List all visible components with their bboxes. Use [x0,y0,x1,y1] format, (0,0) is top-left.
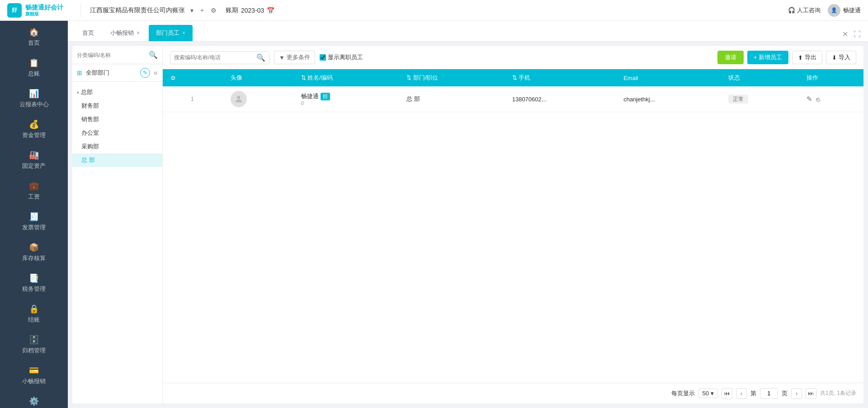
dept-collapse-icon[interactable]: « [154,69,158,77]
status-badge: 正常 [728,95,748,104]
tabs-bar: 首页 小畅报销 × 部门员工 × ✕ ⛶ [68,21,868,42]
sidebar-item-inventory[interactable]: 📦 库存核算 [0,236,68,267]
sidebar-item-salary[interactable]: 💼 工资 [0,175,68,205]
top-bar: 好 畅捷通好会计 旗舰版 江西服宝精品有限责任公司内账张 ▾ ＋ ⚙ 账期 20… [0,0,868,21]
salary-icon: 💼 [29,181,39,191]
service-button[interactable]: 🎧 人工咨询 [788,6,821,14]
tab-home-label: 首页 [82,29,94,37]
sidebar-item-asset-mgmt[interactable]: 💰 资金管理 [0,113,68,144]
row-name: 畅捷通 部 0 [294,86,400,112]
filter-icon: ▼ [279,54,285,61]
right-panel: 🔍 ▼ 更多条件 显示离职员工 邀请 + 新增员工 ⬆ [163,46,863,403]
table-header-action: 操作 [799,69,863,86]
service-label: 人工咨询 [797,6,821,14]
user-avatar: 👤 [828,4,840,17]
edit-button[interactable]: ✎ [807,95,812,103]
table-header-gear[interactable]: ⚙ [163,69,184,86]
tab-dept-label: 部门员工 [156,29,179,37]
ledger-icon: 📋 [29,58,39,68]
tab-expand-icon[interactable]: ⛶ [854,30,861,38]
period-label: 账期 [226,6,238,14]
sidebar-item-fixed-asset[interactable]: 🏭 固定资产 [0,144,68,175]
export-button[interactable]: ⬆ 导出 [792,51,822,64]
calendar-icon[interactable]: 📅 [267,7,274,14]
show-resigned-label[interactable]: 显示离职员工 [320,53,363,62]
dept-search-input[interactable] [77,52,149,58]
dropdown-button[interactable]: ▾ [190,7,193,14]
archive-icon: 🗄️ [29,335,39,345]
filter-button[interactable]: ▼ 更多条件 [274,51,315,64]
per-page-select[interactable]: 50 ▾ [698,389,718,398]
per-page-label: 每页显示 [671,389,695,398]
employee-search-input[interactable] [174,54,256,61]
sidebar-item-close[interactable]: 🔒 结账 [0,298,68,328]
page-prev-button[interactable]: ‹ [736,388,747,399]
sidebar-label-fixed-asset: 固定资产 [22,162,46,170]
invoice-icon: 🧾 [29,212,39,222]
sidebar-item-ledger[interactable]: 📋 总账 [0,52,68,82]
content-area: 首页 小畅报销 × 部门员工 × ✕ ⛶ 🔍 [68,21,868,408]
show-resigned-checkbox[interactable] [320,54,326,61]
page-input[interactable] [760,388,778,399]
dept-search-icon[interactable]: 🔍 [149,51,158,59]
sidebar-label-salary: 工资 [28,193,40,201]
dept-tree-item-general[interactable]: 总 部 [72,153,162,167]
dept-tree-item-finance[interactable]: 财务部 [72,99,162,113]
tab-close-all-icon[interactable]: ✕ [842,30,848,38]
toolbar: 🔍 ▼ 更多条件 显示离职员工 邀请 + 新增员工 ⬆ [163,46,863,69]
sidebar-item-settings[interactable]: ⚙️ 基础设置 [0,390,68,408]
row-avatar [223,86,293,112]
sidebar-item-archive[interactable]: 🗄️ 归档管理 [0,328,68,359]
dept-tree-item-root[interactable]: 总部 [72,85,162,99]
sidebar-label-report: 云报表中心 [19,100,49,109]
dept-edit-button[interactable]: ✎ [140,68,150,78]
user-info[interactable]: 👤 畅捷通 [828,4,861,17]
settings-gear-icon: ⚙️ [29,396,39,406]
dept-tree-item-sales[interactable]: 销售部 [72,113,162,126]
dept-tree-item-purchase[interactable]: 采购部 [72,140,162,153]
import-button[interactable]: ⬇ 导入 [826,51,856,64]
page-label: 第 [750,389,756,398]
employee-tbody: 1 畅捷通 部 0 总 部 138070602... chanjethkj...… [163,86,863,112]
table-header-num [184,69,223,86]
delete-button[interactable]: ⎋ [816,95,820,103]
row-status: 正常 [721,86,800,112]
table-header-dept[interactable]: ⇅ 部门/职位 [399,69,505,86]
page-unit: 页 [782,389,788,398]
table-header-phone[interactable]: ⇅ 手机 [505,69,616,86]
per-page-dropdown-icon: ▾ [711,390,714,397]
sidebar-label-asset-mgmt: 资金管理 [22,131,46,139]
per-page-value: 50 [703,390,709,397]
top-bar-right: 🎧 人工咨询 👤 畅捷通 [788,4,861,17]
search-icon[interactable]: 🔍 [256,53,265,62]
add-employee-button[interactable]: + 新增员工 [747,51,788,64]
invite-button[interactable]: 邀请 [717,51,744,64]
sidebar-item-report[interactable]: 📊 云报表中心 [0,82,68,113]
row-action: ✎ ⎋ [799,86,863,112]
sidebar-item-invoice[interactable]: 🧾 发票管理 [0,205,68,236]
page-last-button[interactable]: ⏭ [806,388,816,399]
company-name: 江西服宝精品有限责任公司内账张 [90,6,185,14]
employee-name: 畅捷通 [301,92,319,100]
settings-button[interactable]: ⚙ [211,7,217,14]
row-num: 1 [184,86,223,112]
tab-dept[interactable]: 部门员工 × [149,25,193,41]
sidebar-item-home[interactable]: 🏠 首页 [0,21,68,52]
page-first-button[interactable]: ⏮ [722,388,732,399]
tab-expense-close[interactable]: × [137,30,140,36]
sidebar-label-tax: 税务管理 [22,285,46,293]
tab-dept-close[interactable]: × [182,30,185,36]
tab-home[interactable]: 首页 [75,25,101,41]
add-button[interactable]: ＋ [199,6,205,14]
avatar [231,91,247,107]
asset-mgmt-icon: 💰 [29,119,39,129]
table-header-name[interactable]: ⇅ 姓名/编码 [294,69,400,86]
sidebar-item-expense[interactable]: 💳 小畅报销 [0,359,68,390]
dept-tree-item-office[interactable]: 办公室 [72,126,162,140]
sidebar: 🏠 首页 📋 总账 📊 云报表中心 💰 资金管理 🏭 固定资产 💼 工资 🧾 发… [0,21,68,408]
action-buttons: ✎ ⎋ [807,95,856,103]
tab-expense[interactable]: 小畅报销 × [103,25,147,41]
filter-label: 更多条件 [287,53,310,62]
sidebar-item-tax[interactable]: 📑 税务管理 [0,267,68,298]
page-next-button[interactable]: › [791,388,802,399]
